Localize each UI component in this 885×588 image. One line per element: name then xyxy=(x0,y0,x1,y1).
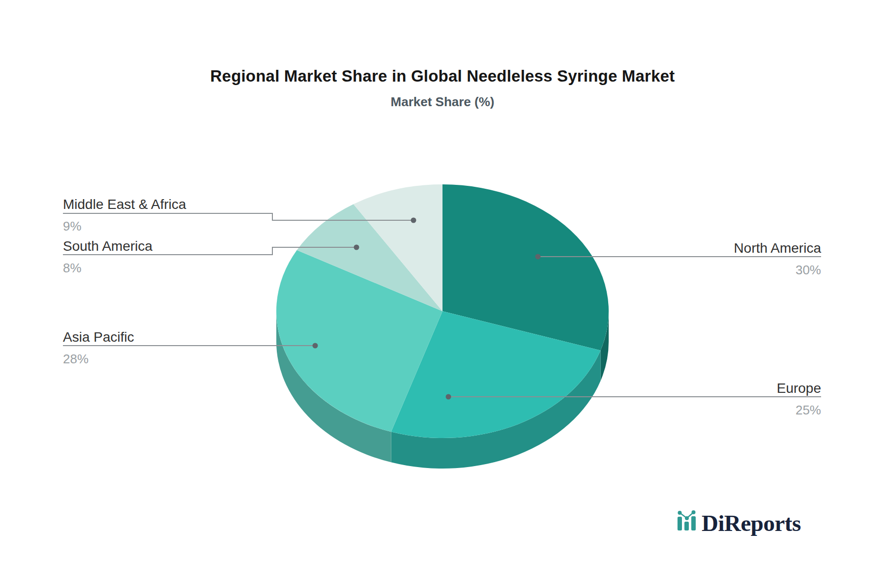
pie-chart xyxy=(0,0,885,588)
slice-label: Europe xyxy=(777,380,821,397)
slice-percent: 28% xyxy=(63,351,134,367)
callout-middle-east-africa: Middle East & Africa 9% xyxy=(63,196,186,235)
chart-canvas: Regional Market Share in Global Needlele… xyxy=(0,0,885,588)
slice-label: North America xyxy=(734,240,821,257)
callout-north-america: North America 30% xyxy=(734,240,821,278)
slice-percent: 9% xyxy=(63,218,186,235)
logo-text: DiReports xyxy=(702,510,801,536)
direports-logo: DiReports xyxy=(677,509,801,541)
callout-europe: Europe 25% xyxy=(777,380,821,418)
slice-label: South America xyxy=(63,238,152,255)
leader-dot-north-america xyxy=(535,254,541,260)
bar-chart-icon xyxy=(677,509,698,533)
slice-label: Middle East & Africa xyxy=(63,196,186,213)
slice-percent: 8% xyxy=(63,260,152,276)
leader-dot-south-america xyxy=(354,245,359,250)
leader-dot-middle-east-africa xyxy=(411,218,416,223)
slice-label: Asia Pacific xyxy=(63,329,134,346)
slice-percent: 25% xyxy=(777,402,821,418)
leader-dot-europe xyxy=(446,394,451,400)
slice-percent: 30% xyxy=(734,262,821,278)
callout-south-america: South America 8% xyxy=(63,238,152,276)
callout-asia-pacific: Asia Pacific 28% xyxy=(63,329,134,367)
leader-dot-asia-pacific xyxy=(313,343,318,349)
